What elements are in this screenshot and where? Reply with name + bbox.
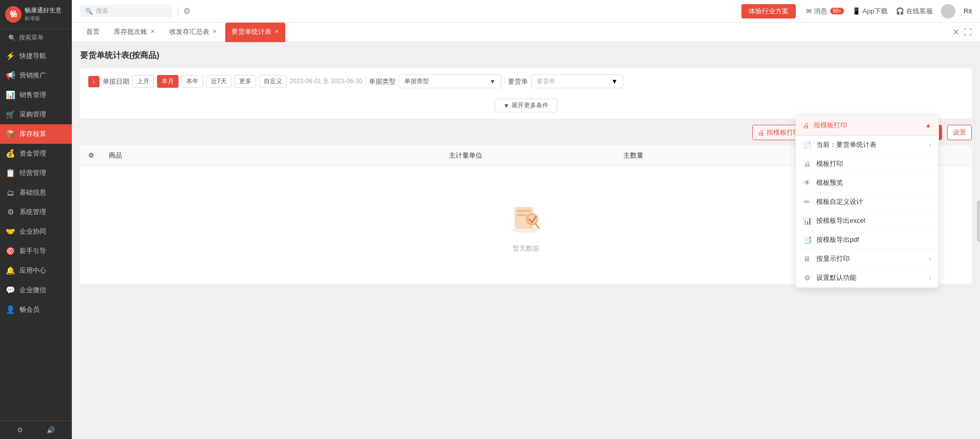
sidebar-item-appstore[interactable]: 🔔 应用中心	[0, 261, 72, 280]
sidebar-item-quick-nav[interactable]: ⚡ 快捷导航	[0, 46, 72, 66]
search-label: 搜索菜单	[19, 33, 44, 42]
sidebar-item-wechat[interactable]: 💬 企业微信	[0, 280, 72, 300]
online-service-item[interactable]: 🎧 在线客服	[896, 7, 933, 16]
header-search-icon: 🔍	[85, 8, 93, 15]
dropdown-current-item[interactable]: 📄 当前：要货单统计表 ›	[796, 136, 938, 155]
template-excel-label: 按模板导出excel	[816, 216, 865, 225]
sidebar-item-label: 采购管理	[19, 110, 46, 119]
sidebar-item-label: 营销推广	[19, 71, 46, 80]
date-btn-more[interactable]: 更多	[234, 75, 256, 88]
right-scrollbar[interactable]	[977, 42, 980, 439]
print-dropdown: 🖨 按模板打印 ▲ 📄 当前：要货单统计表 › 🖨 模板打印 👁 模板预览 ✏	[795, 115, 939, 288]
tab-home[interactable]: 首页	[80, 23, 106, 42]
finance-icon: 💰	[5, 149, 15, 158]
date-btn-this-year[interactable]: 本年	[182, 75, 203, 88]
dropdown-close-arrow[interactable]: ▲	[925, 122, 931, 129]
date-label: 单据日期	[103, 77, 129, 86]
type-label: 单据类型	[369, 77, 396, 86]
header-gear-icon[interactable]: ⚙	[183, 6, 190, 16]
messages-item[interactable]: ✉ 消息 99+	[806, 7, 844, 16]
filter-row: › 单据日期 上月 本月 本年 近7天 更多 自定义 2023-06-01 至 …	[88, 74, 623, 88]
filter-divider-2	[504, 77, 505, 87]
username: Rit	[964, 7, 972, 15]
tab-batch-accounts[interactable]: 库存批次账 ✕	[108, 23, 161, 42]
col-unit: 主计量单位	[445, 151, 619, 160]
col-qty: 主数量	[619, 151, 794, 160]
sidebar-item-purchase[interactable]: 🛒 采购管理	[0, 105, 72, 124]
messages-badge: 99+	[830, 8, 844, 14]
dropdown-set-default[interactable]: ⚙ 设置默认功能 ›	[796, 269, 938, 288]
date-btn-last-month[interactable]: 上月	[132, 75, 154, 88]
sidebar-item-finance[interactable]: 💰 资金管理	[0, 144, 72, 163]
inventory-icon: 📦	[5, 129, 15, 139]
sidebar-item-system[interactable]: ⚙ 系统管理	[0, 202, 72, 222]
guide-icon: 🎯	[5, 246, 15, 256]
date-range: 2023-06-01 至 2023-06-30	[290, 77, 362, 86]
tab-bar-close-icon[interactable]: ✕	[953, 27, 959, 37]
sidebar-item-basic[interactable]: 🗂 基础信息	[0, 183, 72, 202]
sidebar-item-member[interactable]: 👤 畅会员	[0, 300, 72, 319]
display-print-label: 按显示打印	[816, 254, 924, 263]
template-pdf-label: 按模板导出pdf	[816, 235, 859, 244]
tab-batch-close[interactable]: ✕	[150, 28, 155, 35]
type-select[interactable]: 单据类型 ▼	[399, 74, 501, 88]
svg-rect-2	[517, 210, 531, 212]
sidebar-item-marketing[interactable]: 📢 营销推广	[0, 66, 72, 85]
print-icon: 🖨	[758, 129, 765, 137]
dropdown-item-template-pdf[interactable]: 📑 按模板导出pdf	[796, 231, 938, 250]
dropdown-item-template-excel[interactable]: 📊 按模板导出excel	[796, 212, 938, 231]
dropdown-display-print[interactable]: 🖥 按显示打印 ›	[796, 250, 938, 269]
sidebar-item-label: 经营管理	[19, 168, 46, 178]
sidebar-item-operation[interactable]: 📋 经营管理	[0, 163, 72, 183]
sidebar-item-label: 畅会员	[19, 305, 40, 314]
sidebar-item-guide[interactable]: 🎯 新手引导	[0, 241, 72, 261]
sidebar-item-label: 快捷导航	[19, 51, 46, 61]
header-search-placeholder: 搜索	[96, 7, 108, 15]
service-icon: 🎧	[896, 7, 904, 15]
tab-bar: 首页 库存批次账 ✕ 收发存汇总表 ✕ 要货单统计表 ✕ ✕ ⛶	[72, 23, 980, 42]
dropdown-item-template-design[interactable]: ✏ 模板自定义设计	[796, 193, 938, 212]
template-print-icon: 🖨	[803, 160, 811, 168]
sidebar-item-label: 新手引导	[19, 246, 46, 256]
dropdown-item-template-preview[interactable]: 👁 模板预览	[796, 174, 938, 193]
empty-text: 暂无数据	[513, 244, 539, 253]
purchase-icon: 🛒	[5, 110, 15, 119]
template-excel-icon: 📊	[803, 217, 811, 225]
type-select-value: 单据类型	[404, 77, 429, 86]
sidebar-item-sales[interactable]: 📊 销售管理	[0, 85, 72, 105]
sidebar-item-corp[interactable]: 🤝 企业协同	[0, 222, 72, 241]
filter-bar: › 单据日期 上月 本月 本年 近7天 更多 自定义 2023-06-01 至 …	[80, 68, 972, 119]
dropdown-item-template-print[interactable]: 🖨 模板打印	[796, 155, 938, 174]
header-search[interactable]: 🔍 搜索	[80, 5, 172, 17]
content-area: 要货单统计表(按商品) › 单据日期 上月 本月 本年 近7天 更多 自定义 2…	[72, 42, 980, 439]
sidebar-logo: 畅 畅康通好生意 标准版	[0, 0, 72, 29]
appstore-icon: 🔔	[5, 266, 15, 275]
tab-receipt-close[interactable]: ✕	[212, 28, 217, 35]
tab-order-close[interactable]: ✕	[275, 28, 279, 35]
avatar[interactable]	[941, 4, 955, 18]
tab-order-stats[interactable]: 要货单统计表 ✕	[225, 23, 285, 42]
tab-bar-expand-icon[interactable]: ⛶	[964, 28, 972, 37]
app-download-item[interactable]: 📱 App下载	[852, 7, 888, 16]
template-preview-icon: 👁	[803, 179, 811, 187]
sidebar-item-label: 企业微信	[19, 285, 46, 295]
online-service-label: 在线客服	[906, 7, 933, 16]
expand-btn[interactable]: ▼ 展开更多条件	[495, 99, 557, 112]
filter-toggle-btn[interactable]: ›	[88, 76, 100, 87]
scrollbar-thumb	[977, 201, 980, 242]
date-btn-this-month[interactable]: 本月	[157, 75, 179, 88]
date-btn-7days[interactable]: 近7天	[206, 75, 231, 88]
current-arrow: ›	[929, 141, 931, 148]
col-check: ⚙	[84, 151, 105, 159]
date-btn-custom[interactable]: 自定义	[259, 75, 287, 88]
sound-icon[interactable]: 🔊	[47, 426, 55, 434]
settings-icon[interactable]: ⚙	[17, 426, 23, 434]
sidebar-item-inventory[interactable]: 📦 库存核算	[0, 124, 72, 144]
promo-button[interactable]: 体验行业方案	[741, 4, 796, 18]
app-version: 标准版	[25, 15, 62, 22]
goods-select[interactable]: 要货单 ▼	[531, 74, 623, 88]
settings-btn[interactable]: 设置	[947, 125, 972, 140]
sidebar-search[interactable]: 🔍 搜索菜单	[0, 29, 72, 46]
tab-receipt-summary[interactable]: 收发存汇总表 ✕	[163, 23, 223, 42]
settings-gear-icon[interactable]: ⚙	[88, 151, 94, 159]
